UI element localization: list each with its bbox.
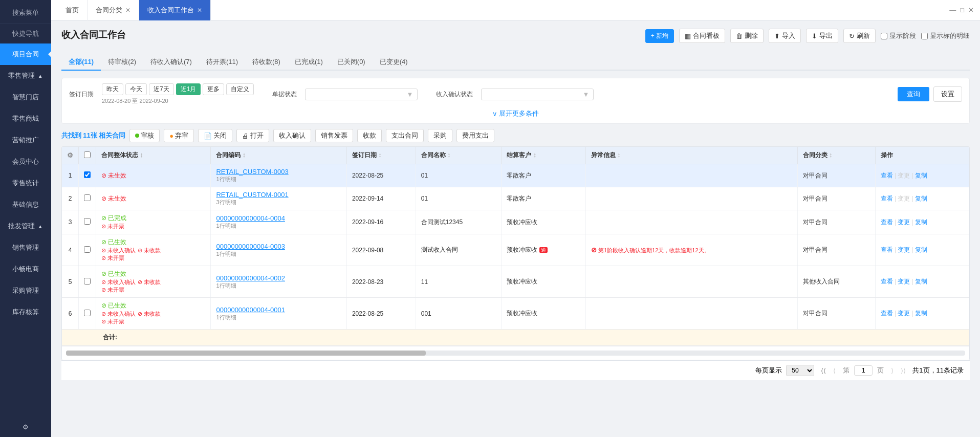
date-last1month[interactable]: 近1月	[176, 83, 201, 95]
last-page-button[interactable]: ⟩⟩	[898, 366, 908, 376]
op-查看[interactable]: 查看	[881, 218, 893, 226]
op-查看[interactable]: 查看	[881, 195, 893, 202]
op-查看[interactable]: 查看	[881, 278, 893, 285]
pay-contract-button[interactable]: 支出合同	[386, 129, 424, 142]
sidebar-item-retail-mgmt[interactable]: 零售管理 ▲	[0, 65, 51, 86]
row-checkbox[interactable]	[84, 310, 91, 316]
row-checkbox[interactable]	[84, 171, 91, 178]
op-变更[interactable]: 变更	[898, 218, 910, 226]
row-checkbox[interactable]	[84, 278, 91, 285]
op-复制[interactable]: 复制	[915, 310, 927, 317]
date-custom[interactable]: 自定义	[226, 83, 254, 95]
col-exception-info[interactable]: 异常信息 ↕	[585, 147, 797, 164]
close-tab-contract-category[interactable]: ✕	[125, 7, 130, 14]
sub-tab-pending-confirm[interactable]: 待收入确认(7)	[143, 54, 199, 71]
op-复制[interactable]: 复制	[915, 218, 927, 226]
gear-icon[interactable]: ⚙	[67, 151, 73, 159]
kanban-button[interactable]: ▦ 合同看板	[679, 29, 725, 43]
export-button[interactable]: ⬇ 导出	[806, 29, 838, 43]
minimize-button[interactable]: —	[949, 6, 956, 14]
date-last7days[interactable]: 近7天	[149, 83, 174, 95]
sidebar-item-smart-store[interactable]: 智慧门店	[0, 86, 51, 108]
row-checkbox[interactable]	[84, 246, 91, 253]
col-contract-status[interactable]: 合同整体状态 ↕	[96, 147, 211, 164]
op-查看[interactable]: 查看	[881, 310, 893, 317]
tab-contract-category[interactable]: 合同分类 ✕	[88, 0, 139, 20]
horizontal-scrollbar[interactable]	[66, 351, 965, 356]
income-confirm-select[interactable]: ▼	[481, 89, 594, 100]
close-contract-button[interactable]: 📄 关闭	[198, 129, 232, 142]
scroll-thumb[interactable]	[66, 351, 426, 356]
expense-out-button[interactable]: 费用支出	[456, 129, 494, 142]
payment-button[interactable]: 收款	[357, 129, 382, 142]
op-复制[interactable]: 复制	[915, 246, 927, 253]
sidebar-item-retail-stat[interactable]: 零售统计	[0, 172, 51, 194]
page-size-select[interactable]: 50 100 200	[786, 365, 814, 376]
abandon-button[interactable]: ● 弃审	[164, 129, 194, 142]
sub-tab-pending-invoice[interactable]: 待开票(11)	[199, 54, 245, 71]
print-button[interactable]: 🖨 打开	[236, 129, 269, 142]
sub-tab-pending-review[interactable]: 待审核(2)	[101, 54, 143, 71]
select-all-checkbox[interactable]	[84, 151, 91, 158]
contract-code-link[interactable]: 00000000000004-0001	[216, 306, 285, 314]
tab-income-contract[interactable]: 收入合同工作台 ✕	[139, 0, 211, 20]
tab-home[interactable]: 首页	[57, 0, 88, 20]
show-phase-checkbox[interactable]: 显示阶段	[881, 31, 916, 40]
sub-tab-changed[interactable]: 已变更(4)	[373, 54, 415, 71]
import-button[interactable]: ⬆ 导入	[769, 29, 801, 43]
col-contract-code[interactable]: 合同编码 ↕	[211, 147, 346, 164]
page-input[interactable]	[854, 365, 873, 376]
col-contract-name[interactable]: 合同名称 ↕	[416, 147, 502, 164]
op-变更[interactable]: 变更	[898, 278, 910, 285]
col-contract-type[interactable]: 合同分类 ↕	[797, 147, 875, 164]
next-page-button[interactable]: ⟩	[888, 366, 896, 376]
contract-code-link[interactable]: 00000000000004-0002	[216, 274, 285, 282]
sub-tab-closed[interactable]: 已关闭(0)	[330, 54, 373, 71]
sidebar-item-basic-info[interactable]: 基础信息	[0, 194, 51, 215]
show-detail-checkbox[interactable]: 显示标的明细	[921, 31, 970, 40]
sub-tab-completed[interactable]: 已完成(1)	[288, 54, 330, 71]
first-page-button[interactable]: ⟨⟨	[818, 366, 829, 376]
query-button[interactable]: 查询	[898, 87, 929, 101]
col-settlement-customer[interactable]: 结算客户 ↕	[502, 147, 585, 164]
sidebar-item-project[interactable]: 项目合同	[0, 43, 51, 65]
purchase-button[interactable]: 采购	[428, 129, 452, 142]
sidebar-quick-nav[interactable]: 快捷导航	[0, 24, 51, 43]
sub-tab-all[interactable]: 全部(11)	[61, 54, 101, 71]
sidebar-item-marketing[interactable]: 营销推广	[0, 129, 51, 151]
sidebar-item-xiaochang[interactable]: 采购管理	[0, 280, 51, 301]
op-复制[interactable]: 复制	[915, 278, 927, 285]
sidebar-search[interactable]: 搜索菜单	[0, 0, 51, 24]
sidebar-item-member[interactable]: 会员中心	[0, 151, 51, 172]
row-checkbox[interactable]	[84, 194, 91, 201]
op-变更[interactable]: 变更	[898, 310, 910, 317]
sidebar-item-purchase[interactable]: 库存核算	[0, 301, 51, 323]
close-tab-income-contract[interactable]: ✕	[197, 7, 202, 14]
date-yesterday[interactable]: 昨天	[102, 83, 123, 95]
sub-tab-pending-payment[interactable]: 待收款(8)	[245, 54, 288, 71]
op-查看[interactable]: 查看	[881, 246, 893, 253]
delete-button[interactable]: 🗑 删除	[730, 29, 764, 43]
op-复制[interactable]: 复制	[915, 195, 927, 202]
date-today[interactable]: 今天	[125, 83, 147, 95]
maximize-button[interactable]: □	[960, 6, 964, 14]
contract-code-link[interactable]: RETAIL_CUSTOM-0003	[216, 168, 288, 176]
col-sign-date[interactable]: 签订日期 ↕	[346, 147, 416, 164]
sidebar-settings[interactable]: ⚙	[0, 417, 51, 437]
expand-conditions-button[interactable]: ∨ 展开更多条件	[492, 109, 539, 118]
doc-status-select[interactable]: ▼	[305, 89, 418, 100]
op-查看[interactable]: 查看	[881, 172, 893, 179]
contract-code-link[interactable]: 00000000000004-0004	[216, 214, 285, 222]
sidebar-item-wholesale-mgmt[interactable]: 批发管理 ▲	[0, 215, 51, 237]
income-confirm-button[interactable]: 收入确认	[273, 129, 311, 142]
op-变更[interactable]: 变更	[898, 246, 910, 253]
contract-code-link[interactable]: 00000000000004-0003	[216, 243, 285, 250]
review-button[interactable]: 审核	[129, 129, 160, 142]
sales-invoice-button[interactable]: 销售发票	[315, 129, 353, 142]
row-checkbox[interactable]	[84, 218, 91, 225]
close-button[interactable]: ✕	[968, 6, 974, 14]
add-button[interactable]: + 新增	[645, 29, 674, 43]
col-gear[interactable]: ⚙	[62, 147, 79, 164]
op-复制[interactable]: 复制	[915, 172, 927, 179]
contract-code-link[interactable]: RETAIL_CUSTOM-0001	[216, 191, 288, 199]
